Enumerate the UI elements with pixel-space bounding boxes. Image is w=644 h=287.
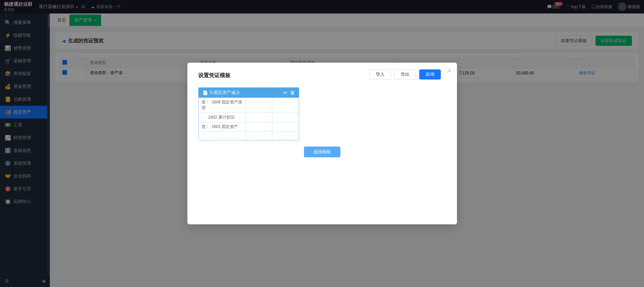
- new-template-button[interactable]: 新增: [419, 69, 441, 79]
- template-entry-1: 1602 累计折旧: [198, 113, 299, 122]
- modal-close-button[interactable]: ×: [448, 67, 452, 74]
- template-entries-table: 借： 1606 固定资产清理 1602 累计折旧 贷： 1601 固定资产: [198, 98, 299, 140]
- entry-credit-0: [272, 98, 299, 113]
- entry-type-1: 1602 累计折旧: [198, 113, 246, 122]
- template-name: 📄 5-固定资产减少: [203, 90, 240, 96]
- select-template-button[interactable]: 选择模板: [304, 147, 340, 157]
- modal-dialog: × 设置凭证模板 导入 导出 新增 📄 5-固定资产减少 ✏ 🗑: [187, 63, 457, 224]
- template-name-text: 5-固定资产减少: [210, 90, 240, 96]
- modal-toolbar: 导入 导出 新增: [369, 69, 441, 79]
- modal-overlay: × 设置凭证模板 导入 导出 新增 📄 5-固定资产减少 ✏ 🗑: [0, 0, 644, 287]
- entry-debit-2: [246, 122, 272, 132]
- template-entry-empty: [198, 132, 299, 140]
- template-card: 📄 5-固定资产减少 ✏ 🗑 借： 1606 固定资产清理: [198, 87, 299, 140]
- template-entry-2: 贷： 1601 固定资产: [198, 122, 299, 132]
- entry-debit-1: [246, 113, 272, 122]
- template-actions: ✏ 🗑: [283, 90, 295, 95]
- document-icon: 📄: [203, 90, 208, 95]
- entry-type-2: 贷： 1601 固定资产: [198, 122, 246, 132]
- template-card-header: 📄 5-固定资产减少 ✏ 🗑: [198, 88, 299, 98]
- entry-type-0: 借： 1606 固定资产清理: [198, 98, 246, 113]
- edit-template-icon[interactable]: ✏: [283, 90, 287, 95]
- entry-credit-1: [272, 113, 299, 122]
- entry-credit-2: [272, 122, 299, 132]
- template-entry-0: 借： 1606 固定资产清理: [198, 98, 299, 113]
- delete-template-icon[interactable]: 🗑: [290, 90, 295, 95]
- import-button[interactable]: 导入: [369, 69, 391, 79]
- entry-debit-0: [246, 98, 272, 113]
- export-button[interactable]: 导出: [394, 69, 416, 79]
